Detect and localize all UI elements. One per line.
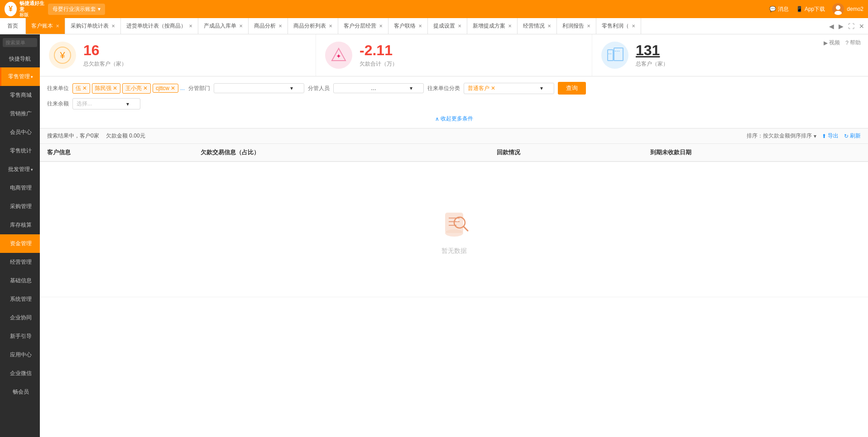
sidebar-item-ecommerce[interactable]: 电商管理 xyxy=(0,179,40,197)
sidebar-item-finance[interactable]: 资金管理 xyxy=(0,234,40,253)
close-tab-purchase[interactable]: ✕ xyxy=(111,24,115,28)
stats-row: ¥ 16 总欠款客户（家） ✦ -2.11 欠款合计（ xyxy=(40,34,868,76)
system-selector[interactable]: 母婴行业演示账套 ▾ xyxy=(48,4,105,15)
sidebar-item-system-mgmt[interactable]: 系统管理 xyxy=(0,290,40,309)
tab-product-analysis-list[interactable]: 商品分析列表 ✕ xyxy=(288,18,338,34)
tab-product-inbound[interactable]: 产成品入库单 ✕ xyxy=(198,18,249,34)
export-label: 导出 xyxy=(828,132,839,140)
close-tab-operation[interactable]: ✕ xyxy=(547,24,551,28)
sidebar-item-purchase[interactable]: 采购管理 xyxy=(0,197,40,216)
stat-card-debt: ✦ -2.11 欠款合计（万） xyxy=(316,34,592,76)
tag-close-cj[interactable]: ✕ xyxy=(171,85,175,91)
chevron-down-icon: ▾ xyxy=(31,75,33,79)
tag-close-unit-type[interactable]: ✕ xyxy=(491,85,495,91)
close-tab-customer-tier[interactable]: ✕ xyxy=(379,24,383,28)
tab-customer-tier[interactable]: 客户分层经营 ✕ xyxy=(338,18,388,34)
sidebar-item-new-guide[interactable]: 新手引导 xyxy=(0,327,40,346)
tag-close-chen[interactable]: ✕ xyxy=(113,85,117,91)
export-btn[interactable]: ⬆ 导出 xyxy=(822,132,839,140)
sidebar-item-quick-nav[interactable]: 快捷导航 xyxy=(0,51,40,67)
tab-improve-settings[interactable]: 提成设置 ✕ xyxy=(428,18,467,34)
tab-operation-status[interactable]: 经营情况 ✕ xyxy=(518,18,557,34)
tab-profit-report[interactable]: 利润报告 ✕ xyxy=(557,18,596,34)
svg-rect-11 xyxy=(617,51,618,52)
sidebar-item-inventory[interactable]: 库存核算 xyxy=(0,216,40,234)
stat-label-customers: 总欠款客户（家） xyxy=(83,60,127,68)
svg-text:¥: ¥ xyxy=(59,50,65,60)
svg-rect-6 xyxy=(608,50,613,61)
sidebar-item-retail[interactable]: 零售管理 ▾ xyxy=(0,67,40,86)
sidebar-item-wholesale[interactable]: 批发管理 ▾ xyxy=(0,160,40,179)
filter-more-btn[interactable]: ... xyxy=(180,85,185,91)
tab-customer-account[interactable]: 客户账本 ✕ xyxy=(26,18,65,34)
close-tab-inbound[interactable]: ✕ xyxy=(189,24,192,28)
tag-close-wang[interactable]: ✕ xyxy=(143,85,148,91)
stat-value-customers: 16 xyxy=(83,43,127,57)
close-tab-new-improve[interactable]: ✕ xyxy=(508,24,512,28)
sidebar-item-app-center[interactable]: 应用中心 xyxy=(0,346,40,364)
table-header-row: 客户信息 欠款交易信息（占比） 回款情况 到期未收款日期 xyxy=(40,144,868,162)
stat-value-total: 131 xyxy=(636,43,668,57)
svg-text:✦: ✦ xyxy=(336,52,341,60)
sidebar-item-inventory-label: 库存核算 xyxy=(10,222,32,228)
filter-row-2: 往来余额 选择... ▾ xyxy=(47,98,861,109)
tabs-maximize-btn[interactable]: ⛶ xyxy=(846,22,856,31)
sidebar-item-marketing[interactable]: 营销推广 xyxy=(0,104,40,123)
user-area[interactable]: demo2 xyxy=(832,3,863,15)
tab-inbound-stat[interactable]: 进货单统计表（按商品） ✕ xyxy=(121,18,198,34)
tab-product-analysis[interactable]: 商品分析 ✕ xyxy=(249,18,288,34)
chevron-down-icon-wholesale: ▾ xyxy=(31,167,33,172)
close-tab-customer-account[interactable]: ✕ xyxy=(56,24,59,28)
close-tab-analysis-list[interactable]: ✕ xyxy=(329,24,332,28)
tab-new-improve[interactable]: 新增提成方案 ✕ xyxy=(467,18,518,34)
close-tab-profit[interactable]: ✕ xyxy=(587,24,590,28)
filter-balance-select[interactable]: 选择... ▾ xyxy=(72,98,140,109)
col-debt-info: 欠款交易信息（占比） xyxy=(193,144,489,162)
search-input[interactable] xyxy=(3,38,37,47)
query-button[interactable]: 查询 xyxy=(558,82,586,95)
filter-person-select[interactable]: … ▾ xyxy=(333,83,424,93)
help-btn[interactable]: ? 帮助 xyxy=(845,39,861,47)
tab-home[interactable]: 首页 xyxy=(0,18,26,34)
stat-card-total: 131 总客户（家） ▶ 视频 ? 帮助 xyxy=(592,34,868,76)
sidebar-item-marketing-label: 营销推广 xyxy=(10,110,32,117)
tab-purchase-order-stat[interactable]: 采购订单统计表 ✕ xyxy=(65,18,121,34)
sidebar-item-member[interactable]: 会员中心 xyxy=(0,123,40,142)
nav-tabs-end: ◀ ▶ ⛶ ✕ xyxy=(827,22,868,31)
chevron-down-icon-unit-type: ▾ xyxy=(540,85,543,91)
close-tab-retail-profit[interactable]: ✕ xyxy=(632,24,635,28)
tag-close-wu[interactable]: ✕ xyxy=(82,85,87,91)
tabs-next-btn[interactable]: ▶ xyxy=(837,22,845,31)
empty-row: 暂无数据 xyxy=(40,162,868,297)
filter-tag-wang: 王小亮 ✕ xyxy=(122,83,151,94)
tab-retail-profit[interactable]: 零售利润（ ✕ xyxy=(596,18,641,34)
empty-illustration xyxy=(436,204,472,240)
sidebar-item-retail-mall[interactable]: 零售商城 xyxy=(0,86,40,104)
col-customer-info: 客户信息 xyxy=(40,144,193,162)
filter-balance-label: 往来余额 xyxy=(47,100,69,108)
tab-customer-contact[interactable]: 客户联络 ✕ xyxy=(388,18,428,34)
close-tab-product-inbound[interactable]: ✕ xyxy=(239,24,243,28)
sidebar-item-operation-mgmt[interactable]: 经营管理 xyxy=(0,253,40,271)
close-tab-product-analysis[interactable]: ✕ xyxy=(278,24,282,28)
video-btn[interactable]: ▶ 视频 xyxy=(824,39,840,47)
message-btn[interactable]: 💬 消息 xyxy=(769,5,789,13)
sidebar-item-basic-info[interactable]: 基础信息 xyxy=(0,271,40,290)
tabs-close-all-btn[interactable]: ✕ xyxy=(857,22,866,31)
tabs-prev-btn[interactable]: ◀ xyxy=(827,22,836,31)
sidebar-item-retail-stat[interactable]: 零售统计 xyxy=(0,142,40,160)
close-tab-customer-contact[interactable]: ✕ xyxy=(418,24,422,28)
filter-dept-select[interactable]: ▾ xyxy=(214,83,304,93)
sort-select[interactable]: 排序：按欠款金额倒序排序 ▾ xyxy=(747,132,816,140)
logo-text: 畅捷通好生意 xyxy=(19,0,44,12)
refresh-btn[interactable]: ↻ 刷新 xyxy=(844,132,861,140)
stat-label-debt: 欠款合计（万） xyxy=(360,60,398,68)
sidebar-item-vip-member[interactable]: 畅会员 xyxy=(0,383,40,401)
close-tab-improve[interactable]: ✕ xyxy=(458,24,461,28)
sidebar-item-enterprise-wx[interactable]: 企业微信 xyxy=(0,364,40,383)
collapse-btn[interactable]: ∧ 收起更多条件 xyxy=(47,113,861,124)
svg-point-20 xyxy=(456,219,459,222)
sidebar-item-enterprise-coop[interactable]: 企业协同 xyxy=(0,309,40,327)
filter-unit-type-select[interactable]: 普通客户 ✕ ▾ xyxy=(464,83,554,94)
app-download-btn[interactable]: 📱 App下载 xyxy=(796,5,825,13)
